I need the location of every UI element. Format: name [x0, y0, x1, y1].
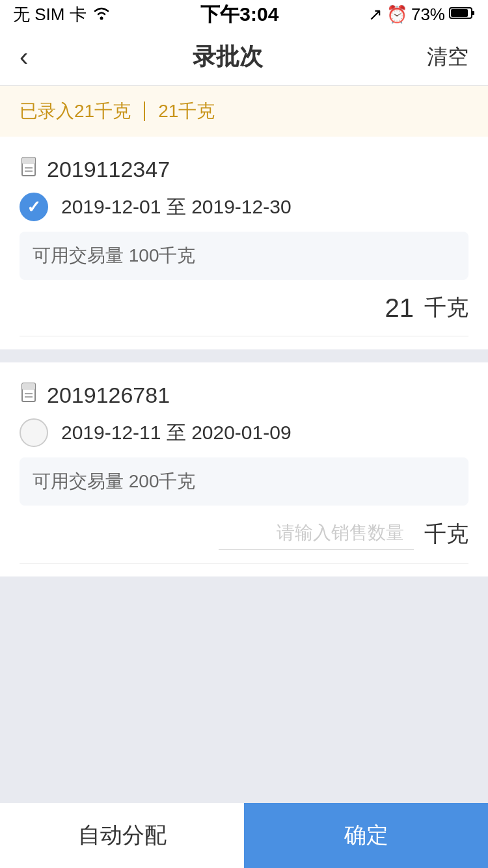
status-left: 无 SIM 卡	[13, 3, 111, 26]
svg-rect-9	[22, 383, 35, 390]
batch-1-card: 2019112347 2019-12-01 至 2019-12-30 可用交易量…	[0, 137, 488, 349]
batch-2-unit: 千克	[424, 519, 468, 549]
batch-2-doc-icon	[20, 382, 40, 408]
section-divider	[0, 349, 488, 362]
status-right: ↗ ⏰ 73%	[368, 5, 475, 25]
batch-2-date: 2019-12-11 至 2020-01-09	[61, 420, 291, 446]
alarm-icon: ⏰	[386, 5, 407, 25]
batch-2-quantity-input[interactable]	[219, 519, 414, 550]
batch-1-value: 21	[385, 293, 414, 323]
batch-2-checkbox[interactable]	[20, 418, 48, 447]
batch-1-doc-icon	[20, 156, 40, 182]
auto-distribute-button[interactable]: 自动分配	[0, 803, 244, 868]
no-sim-text: 无 SIM 卡	[13, 3, 87, 26]
batch-1-checkbox[interactable]	[20, 193, 48, 221]
svg-rect-2	[472, 11, 474, 15]
batch-1-date: 2019-12-01 至 2019-12-30	[61, 194, 291, 221]
wifi-icon	[92, 5, 111, 25]
batch-2-date-row: 2019-12-11 至 2020-01-09	[20, 418, 468, 447]
svg-rect-5	[22, 157, 35, 164]
page-title: 录批次	[193, 41, 263, 73]
batch-1-input-row: 21 千克	[0, 280, 488, 323]
clear-button[interactable]: 清空	[427, 43, 468, 72]
recorded-amount: 已录入21千克	[20, 99, 131, 124]
batch-1-id: 2019112347	[47, 157, 170, 182]
batch-2-item: 2019126781 2019-12-11 至 2020-01-09	[0, 362, 488, 447]
batch-1-date-row: 2019-12-01 至 2019-12-30	[20, 193, 468, 221]
battery-icon	[449, 5, 475, 25]
batch-2-id: 2019126781	[47, 383, 170, 408]
status-bar: 无 SIM 卡 下午3:04 ↗ ⏰ 73%	[0, 0, 488, 29]
batch-1-item: 2019112347 2019-12-01 至 2019-12-30	[0, 137, 488, 221]
info-bar: 已录入21千克 21千克	[0, 86, 488, 137]
battery-percent: 73%	[411, 5, 445, 25]
bottom-bar: 自动分配 确定	[0, 803, 488, 868]
svg-point-0	[100, 16, 103, 20]
batch-2-header: 2019126781	[20, 382, 468, 408]
svg-rect-3	[451, 9, 468, 17]
batch-2-available: 可用交易量 200千克	[20, 457, 468, 506]
batch-1-header: 2019112347	[20, 156, 468, 182]
batch-1-available: 可用交易量 100千克	[20, 232, 468, 280]
status-time: 下午3:04	[200, 1, 278, 28]
batch-2-input-row: 千克	[0, 506, 488, 550]
confirm-button[interactable]: 确定	[244, 803, 488, 868]
batch-2-card: 2019126781 2019-12-11 至 2020-01-09 可用交易量…	[0, 362, 488, 576]
location-icon: ↗	[368, 5, 383, 25]
batch-1-unit: 千克	[424, 293, 468, 323]
nav-bar: ‹ 录批次 清空	[0, 29, 488, 86]
info-bar-divider	[144, 102, 145, 121]
back-button[interactable]: ‹	[20, 42, 28, 72]
total-amount: 21千克	[158, 99, 215, 124]
